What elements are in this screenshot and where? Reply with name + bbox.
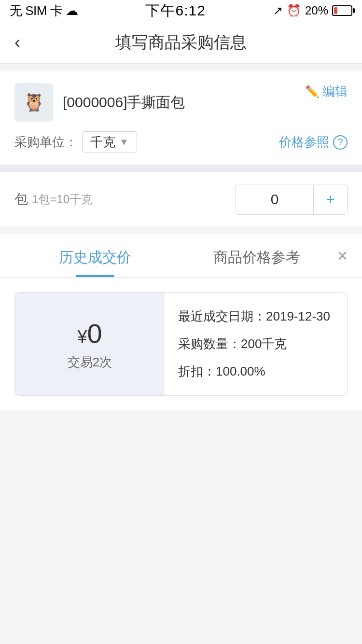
unit-value: 千克: [90, 134, 115, 151]
tab-close-button[interactable]: ×: [337, 236, 348, 276]
help-icon: ?: [333, 135, 348, 150]
battery-percent: 20%: [305, 4, 328, 17]
status-signal: 无 SIM 卡 ☁: [10, 2, 78, 19]
nav-bar: ‹ 填写商品采购信息: [0, 21, 362, 64]
unit-row: 采购单位： 千克 ▼: [14, 131, 137, 153]
price-latest-date-row: 最近成交日期：2019-12-30: [178, 307, 334, 326]
pkg-label: 包 1包=10千克: [14, 190, 93, 209]
status-right-group: ↗ ⏰ 20%: [273, 4, 352, 17]
product-header: 🦉 [0000006]手撕面包 ✏️ 编辑: [14, 83, 348, 122]
product-owl-icon: 🦉: [23, 92, 45, 112]
location-icon: ↗: [273, 4, 283, 17]
unit-select[interactable]: 千克 ▼: [82, 131, 137, 153]
page-title: 填写商品采购信息: [115, 31, 247, 54]
quantity-row: 包 1包=10千克 +: [0, 172, 362, 226]
price-left-panel: ¥0 交易2次: [15, 293, 165, 395]
product-card: 🦉 [0000006]手撕面包 ✏️ 编辑 采购单位： 千克 ▼ 价格参照: [0, 71, 362, 165]
edit-label: 编辑: [322, 83, 348, 100]
product-id: [0000006]: [63, 94, 127, 110]
price-card: ¥0 交易2次 最近成交日期：2019-12-30 采购数量：200千克 折扣：…: [14, 292, 348, 396]
section-divider: [0, 165, 362, 172]
tab-history-price[interactable]: 历史成交价: [14, 234, 176, 277]
quantity-input-group: +: [236, 184, 348, 215]
price-trade-count: 交易2次: [68, 354, 112, 371]
tab-product-price-ref[interactable]: 商品价格参考: [176, 234, 337, 277]
price-currency: ¥: [77, 327, 87, 347]
price-latest-date-value: 2019-12-30: [266, 309, 330, 323]
price-amount: 0: [87, 318, 102, 349]
unit-label: 采购单位：: [14, 134, 77, 151]
pkg-icon: 包: [14, 190, 28, 209]
product-title: 手撕面包: [127, 94, 185, 110]
quantity-plus-button[interactable]: +: [313, 185, 347, 214]
edit-button[interactable]: ✏️ 编辑: [305, 83, 348, 100]
price-ref-label: 价格参照: [279, 134, 329, 151]
battery-fill: [334, 7, 337, 14]
price-qty-row: 采购数量：200千克: [178, 335, 334, 353]
price-qty-value: 200千克: [241, 336, 287, 351]
price-right-panel: 最近成交日期：2019-12-30 采购数量：200千克 折扣：100.00%: [165, 293, 347, 395]
edit-icon: ✏️: [305, 85, 320, 98]
price-amount-display: ¥0: [77, 318, 102, 349]
product-name: [0000006]手撕面包: [63, 93, 185, 112]
product-thumbnail: 🦉: [14, 83, 53, 122]
quantity-input[interactable]: [236, 184, 313, 214]
back-button[interactable]: ‹: [14, 32, 20, 53]
price-ref-button[interactable]: 价格参照 ?: [279, 134, 348, 151]
alarm-icon: ⏰: [287, 4, 301, 17]
price-discount-label: 折扣：: [178, 364, 216, 378]
unit-arrow-icon: ▼: [119, 137, 129, 148]
price-qty-label: 采购数量：: [178, 336, 241, 351]
tabs-container: 历史成交价 商品价格参考 ×: [0, 234, 362, 278]
battery-icon: [332, 5, 352, 16]
status-bar: 无 SIM 卡 ☁ 下午6:12 ↗ ⏰ 20%: [0, 0, 362, 21]
price-latest-date-label: 最近成交日期：: [178, 309, 266, 323]
product-left: 🦉 [0000006]手撕面包: [14, 83, 185, 122]
main-content: 🦉 [0000006]手撕面包 ✏️ 编辑 采购单位： 千克 ▼ 价格参照: [0, 71, 362, 644]
price-discount-row: 折扣：100.00%: [178, 362, 334, 381]
product-meta: 采购单位： 千克 ▼ 价格参照 ?: [14, 131, 348, 153]
status-time: 下午6:12: [145, 1, 205, 21]
pkg-hint: 1包=10千克: [32, 192, 93, 207]
price-content: ¥0 交易2次 最近成交日期：2019-12-30 采购数量：200千克 折扣：…: [0, 278, 362, 410]
price-discount-value: 100.00%: [216, 364, 265, 378]
